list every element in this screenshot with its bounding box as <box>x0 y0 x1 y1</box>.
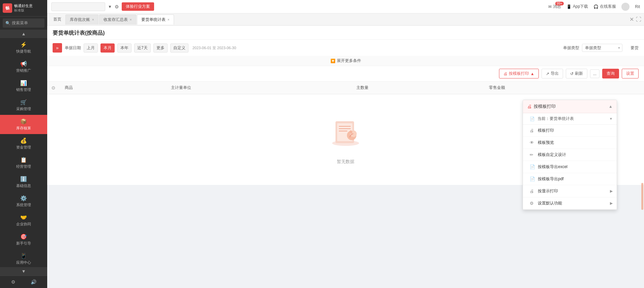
export-icon: ↗ <box>546 71 549 76</box>
sidebar-item-purchase[interactable]: 🛒 采购管理 <box>0 96 47 115</box>
settings-button[interactable]: 设置 <box>622 69 639 78</box>
dropdown-item-template-preview[interactable]: 👁 模板预览 <box>523 137 617 149</box>
topbar-search-input[interactable] <box>51 2 105 11</box>
sidebar-scroll-down[interactable]: ▼ <box>0 267 47 276</box>
operations-label: 经营管理 <box>16 164 31 169</box>
date-btn-custom[interactable]: 自定义 <box>170 43 188 53</box>
date-btn-last-month[interactable]: 上月 <box>84 43 98 53</box>
sidebar-item-quicknav[interactable]: ⚡ 快捷导航 <box>0 38 47 57</box>
dropdown-section-set-default[interactable]: ⚙ 设置默认功能 ▶ <box>523 197 617 210</box>
app-download-button[interactable]: 📱 App下载 <box>566 4 588 9</box>
sidebar-search-label: 搜索菜单 <box>12 20 28 26</box>
basic-icon: ℹ️ <box>20 176 27 182</box>
refresh-button[interactable]: ↺ 刷新 <box>566 69 587 78</box>
tab-batch-account-close[interactable]: × <box>92 18 94 22</box>
sidebar-item-collab[interactable]: 🤝 企业协同 <box>0 211 47 230</box>
order-type-label: 单据类型 <box>563 45 579 51</box>
date-btn-more[interactable]: 更多 <box>153 43 168 53</box>
system-icon: ⚙️ <box>20 195 27 201</box>
messages-badge: 99+ <box>555 2 564 5</box>
sidebar-nav: ⚡ 快捷导航 📢 营销推广 📊 销售管理 🛒 采购管理 📦 库存核算 💰 <box>0 38 47 267</box>
user-avatar[interactable] <box>621 3 630 11</box>
dropdown-item-template-print[interactable]: 🖨 模板打印 <box>523 125 617 137</box>
dropdown-collapse-icon[interactable]: ▲ <box>609 104 613 109</box>
sidebar-scroll-up[interactable]: ▲ <box>0 30 47 38</box>
sidebar-item-inventory[interactable]: 📦 库存核算 <box>0 115 47 134</box>
sidebar-item-marketing[interactable]: 📢 营销推广 <box>0 57 47 76</box>
date-btn-this-month[interactable]: 本月 <box>100 43 115 53</box>
date-btn-7days[interactable]: 近7天 <box>134 43 151 53</box>
online-service-label: 在线客服 <box>600 4 616 9</box>
tab-batch-account-label: 库存批次账 <box>70 17 90 23</box>
current-template-label: 当前：要货单统计表 <box>537 116 574 122</box>
marketing-icon: 📢 <box>20 61 27 67</box>
collab-icon: 🤝 <box>20 214 27 221</box>
dropdown-item-template-pdf[interactable]: 📄 按模板导出pdf <box>523 173 617 185</box>
sidebar-item-newbie[interactable]: 🎯 新手引导 <box>0 230 47 249</box>
col-retail-amount: 零售金额 <box>485 82 644 94</box>
dropdown-title: 按模板打印 <box>534 103 556 109</box>
sidebar-item-operations[interactable]: 📋 经营管理 <box>0 153 47 172</box>
sidebar: 畅 畅通好生意 标准版 🔍 搜索菜单 ▲ ⚡ 快捷导航 📢 营销推广 � <box>0 0 47 288</box>
display-print-left: 🖨 按显示打印 <box>530 188 558 194</box>
expand-label: 展开更多条件 <box>337 58 361 64</box>
inventory-icon: 📦 <box>20 118 27 125</box>
tab-receipt-summary[interactable]: 收发存汇总表 × <box>99 14 136 25</box>
audio-bottom-button[interactable]: 🔊 <box>31 279 36 285</box>
sidebar-item-finance[interactable]: 💰 资金管理 <box>0 134 47 153</box>
sidebar-item-sales[interactable]: 📊 销售管理 <box>0 76 47 96</box>
basic-label: 基础信息 <box>16 183 31 188</box>
inventory-label: 库存核算 <box>16 126 31 131</box>
template-print-icon: 🖨 <box>530 128 535 133</box>
col-product: 商品 <box>61 82 167 94</box>
col-quantity: 主数量 <box>352 82 485 94</box>
expand-more-conditions-button[interactable]: 🔽 展开更多条件 <box>330 58 361 64</box>
sidebar-item-appstore[interactable]: 📱 应用中心 <box>0 249 47 267</box>
sidebar-search-button[interactable]: 🔍 搜索菜单 <box>3 19 45 28</box>
tab-close-all-button[interactable]: ✕ <box>630 16 634 23</box>
query-button[interactable]: 查询 <box>602 69 619 78</box>
date-btn-this-year[interactable]: 本年 <box>117 43 131 53</box>
display-print-label: 按显示打印 <box>538 188 558 194</box>
tab-order-stats[interactable]: 要货单统计表 × <box>137 14 174 25</box>
sales-icon: 📊 <box>20 80 27 86</box>
settings-bottom-button[interactable]: ⚙ <box>11 279 16 285</box>
page-title: 要货单统计表(按商品) <box>53 30 105 36</box>
appstore-label: 应用中心 <box>16 260 31 265</box>
app-logo: 畅 畅通好生意 标准版 <box>0 0 47 17</box>
tab-batch-account[interactable]: 库存批次账 × <box>65 14 98 25</box>
topbar-dropdown-button[interactable]: ▼ <box>108 4 112 9</box>
table-settings-icon[interactable]: ⚙ <box>51 85 56 91</box>
messages-button[interactable]: ✉ 消息 99+ <box>548 4 561 9</box>
template-preview-label: 模板预览 <box>538 140 554 146</box>
expand-icon: 🔽 <box>330 59 335 63</box>
empty-illustration <box>325 115 366 155</box>
sidebar-item-system[interactable]: ⚙️ 系统管理 <box>0 192 47 211</box>
more-actions-button[interactable]: ... <box>590 69 599 78</box>
tab-order-stats-label: 要货单统计表 <box>141 17 166 23</box>
print-template-button[interactable]: 🖨 按模板打印 ▲ <box>499 69 539 78</box>
set-default-arrow: ▶ <box>610 201 613 205</box>
filter-expand-button[interactable]: » <box>53 43 62 53</box>
set-default-left: ⚙ 设置默认功能 <box>530 200 562 206</box>
trial-button[interactable]: 体验行业方案 <box>122 2 154 11</box>
newbie-label: 新手引导 <box>16 241 31 246</box>
tab-maximize-button[interactable]: ⛶ <box>636 17 641 23</box>
dropdown-section-display-print[interactable]: 🖨 按显示打印 ▶ <box>523 185 617 197</box>
order-type-select[interactable]: 单据类型 <box>582 44 622 52</box>
dropdown-item-template-design[interactable]: ✏ 模板自定义设计 <box>523 149 617 161</box>
tab-bar: 首页 库存批次账 × 收发存汇总表 × 要货单统计表 × ✕ ⛶ <box>47 13 644 26</box>
dropdown-current-template[interactable]: 📄 当前：要货单统计表 ▼ <box>523 113 617 125</box>
tab-home[interactable]: 首页 <box>50 14 65 24</box>
tab-order-stats-close[interactable]: × <box>168 18 170 22</box>
tab-receipt-summary-close[interactable]: × <box>130 18 132 22</box>
app-download-label: App下载 <box>573 4 588 9</box>
quicknav-label: 快捷导航 <box>16 49 31 54</box>
export-button[interactable]: ↗ 导出 <box>541 69 563 78</box>
online-service-button[interactable]: 🎧 在线客服 <box>593 4 616 9</box>
dropdown-item-template-excel[interactable]: 📄 按模板导出excel <box>523 161 617 173</box>
topbar-gear-button[interactable]: ⚙ <box>115 4 119 9</box>
main-area: ▼ ⚙ 体验行业方案 ✉ 消息 99+ 📱 App下载 🎧 在线客服 <box>47 0 644 288</box>
sidebar-item-basic[interactable]: ℹ️ 基础信息 <box>0 172 47 192</box>
template-pdf-icon: 📄 <box>530 177 535 182</box>
